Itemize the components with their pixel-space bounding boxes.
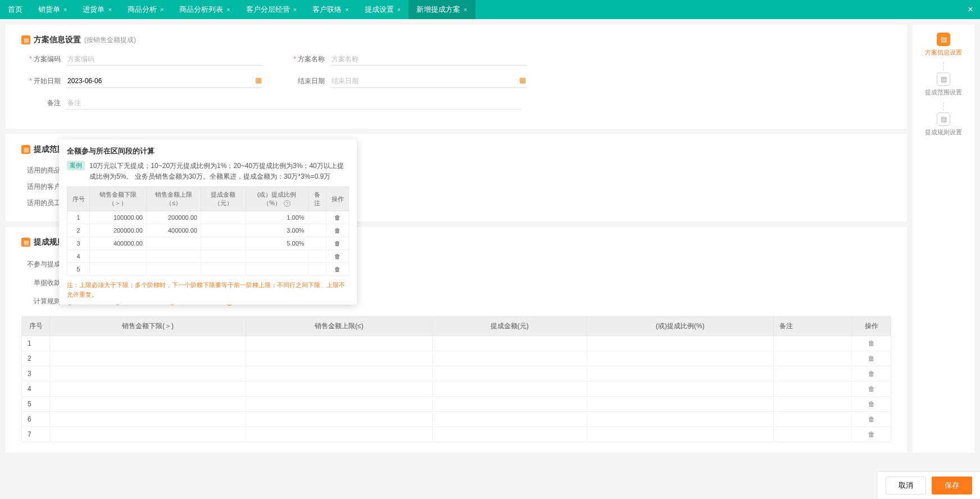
close-all-tabs-button[interactable]: × <box>961 0 980 19</box>
delete-row-icon[interactable]: 🗑 <box>852 397 891 412</box>
nav-step-label[interactable]: 提成规则设置 <box>925 128 962 137</box>
delete-row-icon[interactable]: 🗑 <box>852 382 891 397</box>
help-icon[interactable]: ? <box>284 200 291 207</box>
close-icon[interactable]: × <box>226 6 230 13</box>
label-end-date: 结束日期 <box>298 77 325 85</box>
table-row[interactable]: 6🗑 <box>22 412 891 427</box>
col-header: 备注 <box>308 187 326 211</box>
top-tabs: 首页销货单×进货单×商品分析×商品分析列表×客户分层经营×客户联络×提成设置×新… <box>0 0 980 19</box>
section-icon: ▤ <box>21 238 30 247</box>
nav-step-label[interactable]: 提成范围设置 <box>925 88 962 97</box>
col-header: 序号 <box>22 317 50 336</box>
tab-label: 提成设置 <box>365 4 394 15</box>
tab-6[interactable]: 客户联络× <box>305 0 356 19</box>
close-icon[interactable]: × <box>397 6 401 13</box>
tab-label: 销货单 <box>38 4 60 15</box>
label-start-date: 开始日期 <box>34 77 61 85</box>
remark-input[interactable] <box>66 97 521 110</box>
delete-row-icon[interactable]: 🗑 <box>852 366 891 382</box>
tab-4[interactable]: 商品分析列表× <box>171 0 238 19</box>
delete-row-icon[interactable]: 🗑 <box>326 263 349 276</box>
popover-example-table: 序号销售金额下限（＞）销售金额上限（≤）提成金额（元）(或）提成比例（%） ?备… <box>67 187 349 276</box>
tab-8[interactable]: 新增提成方案× <box>409 0 475 19</box>
panel-plan-info: ▤ 方案信息设置 (按销售金额提成) *方案编码 *方案名称 *开始日期 <box>6 25 907 129</box>
delete-row-icon[interactable]: 🗑 <box>852 412 891 427</box>
table-row: 4🗑 <box>67 250 349 263</box>
col-header: 操作 <box>326 187 349 211</box>
col-header: 备注 <box>774 317 852 336</box>
commission-rule-table: 序号销售金额下限(＞)销售金额上限(≤)提成金额(元)(或)提成比例(%)备注操… <box>21 316 891 442</box>
plan-name-input[interactable] <box>330 53 527 66</box>
delete-row-icon[interactable]: 🗑 <box>326 224 349 237</box>
close-icon[interactable]: × <box>63 6 67 13</box>
tab-5[interactable]: 客户分层经营× <box>238 0 305 19</box>
close-icon[interactable]: × <box>293 6 297 13</box>
table-row[interactable]: 5🗑 <box>22 397 891 412</box>
col-header: 提成金额（元） <box>201 187 246 211</box>
table-row[interactable]: 7🗑 <box>22 427 891 442</box>
col-header: 销售金额下限(＞) <box>50 317 246 336</box>
example-text: 10万元以下无提成；10~20万元提成比例为1%；20~40万提成比例为3%；4… <box>89 161 349 182</box>
label-remark: 备注 <box>47 99 61 107</box>
tab-label: 新增提成方案 <box>416 4 460 15</box>
close-icon[interactable]: × <box>108 6 111 13</box>
col-header: (或)提成比例(%) <box>587 317 773 336</box>
table-row: 1100000.00200000.001.00%🗑 <box>67 211 349 224</box>
close-icon[interactable]: × <box>160 6 164 13</box>
calc-rule-popover: 全额参与所在区间段的计算 案例 10万元以下无提成；10~20万元提成比例为1%… <box>59 139 357 305</box>
table-row: 3400000.005.00%🗑 <box>67 237 349 250</box>
delete-row-icon[interactable]: 🗑 <box>326 211 349 224</box>
col-header: (或）提成比例（%） ? <box>246 187 308 211</box>
label-name: 方案名称 <box>298 55 325 63</box>
table-row[interactable]: 4🗑 <box>22 382 891 397</box>
col-header: 序号 <box>67 187 90 211</box>
start-date-input[interactable] <box>66 75 263 88</box>
nav-divider <box>943 102 944 110</box>
delete-row-icon[interactable]: 🗑 <box>852 427 891 442</box>
tab-2[interactable]: 进货单× <box>75 0 119 19</box>
nav-step-icon[interactable]: ▤ <box>937 112 950 126</box>
example-badge: 案例 <box>67 161 85 170</box>
tab-label: 客户联络 <box>312 4 342 15</box>
label-code: 方案编码 <box>34 55 61 63</box>
section-icon: ▤ <box>21 145 30 154</box>
col-header: 提成金额(元) <box>432 317 587 336</box>
tab-label: 商品分析 <box>128 4 157 15</box>
calendar-icon[interactable]: ▦ <box>519 76 526 84</box>
section-subtitle: (按销售金额提成) <box>84 35 136 45</box>
popover-note: 注：上限必须大于下限；多个阶梯时，下一个阶梯下限要等于前一阶梯上限；不同行之间下… <box>67 280 349 299</box>
calendar-icon[interactable]: ▦ <box>255 76 262 84</box>
close-icon[interactable]: × <box>345 6 348 13</box>
tab-0[interactable]: 首页 <box>0 0 30 19</box>
tab-3[interactable]: 商品分析× <box>120 0 171 19</box>
end-date-input[interactable] <box>330 75 527 88</box>
anchor-nav: ▤ 方案信息设置 ▤ 提成范围设置 ▤ 提成规则设置 <box>913 25 974 452</box>
delete-row-icon[interactable]: 🗑 <box>326 250 349 263</box>
col-header: 操作 <box>852 317 891 336</box>
nav-step-icon[interactable]: ▤ <box>937 33 950 46</box>
delete-row-icon[interactable]: 🗑 <box>852 336 891 351</box>
tab-label: 商品分析列表 <box>179 4 223 15</box>
popover-title: 全额参与所在区间段的计算 <box>67 146 349 156</box>
table-row: 5🗑 <box>67 263 349 276</box>
table-row[interactable]: 1🗑 <box>22 336 891 351</box>
col-header: 销售金额上限(≤) <box>246 317 432 336</box>
tab-1[interactable]: 销货单× <box>30 0 75 19</box>
table-row: 2200000.00400000.003.00%🗑 <box>67 224 349 237</box>
section-icon: ▤ <box>21 35 30 44</box>
tab-label: 客户分层经营 <box>246 4 290 15</box>
tab-7[interactable]: 提成设置× <box>357 0 409 19</box>
nav-divider <box>943 62 944 70</box>
table-row[interactable]: 2🗑 <box>22 351 891 366</box>
col-header: 销售金额上限（≤） <box>146 187 201 211</box>
col-header: 销售金额下限（＞） <box>90 187 147 211</box>
nav-step-label[interactable]: 方案信息设置 <box>925 48 962 57</box>
close-icon[interactable]: × <box>464 6 467 13</box>
tab-label: 首页 <box>8 4 22 15</box>
section-title: 方案信息设置 <box>34 35 81 45</box>
plan-code-input[interactable] <box>66 53 263 66</box>
table-row[interactable]: 3🗑 <box>22 366 891 382</box>
delete-row-icon[interactable]: 🗑 <box>326 237 349 250</box>
nav-step-icon[interactable]: ▤ <box>937 72 950 86</box>
delete-row-icon[interactable]: 🗑 <box>852 351 891 366</box>
